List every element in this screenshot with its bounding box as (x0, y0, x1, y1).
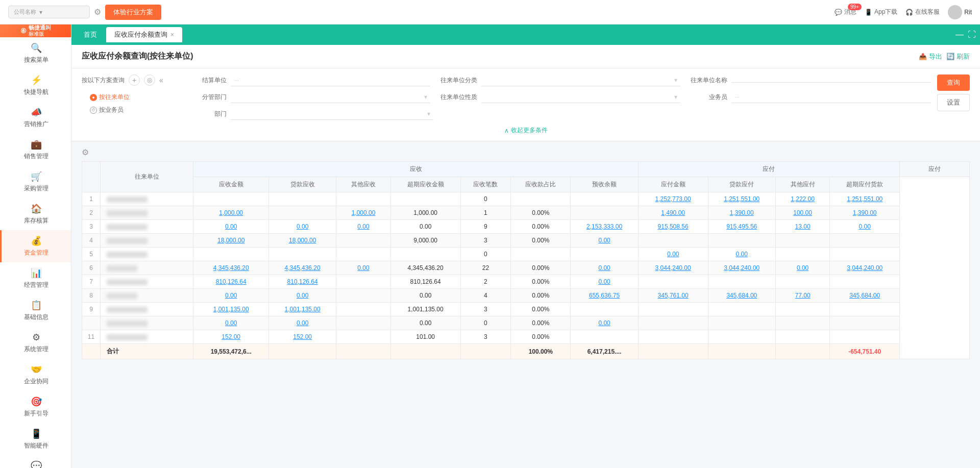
scheme-dot-icon: ● (90, 94, 97, 101)
online-service-button[interactable]: 🎧 在线客服 (905, 8, 940, 16)
department-input[interactable]: ▾ (231, 108, 433, 120)
top-bar-left: 公司名称 ▾ ⚙ 体验行业方案 (8, 5, 828, 20)
table-footer-row: 合计 19,553,472,6... 100.00% 6,417,215.... (82, 344, 970, 359)
export-label: 导出 (929, 52, 942, 61)
sidebar-item-guide[interactable]: 🎯 新手引导 (0, 391, 71, 423)
sidebar-item-marketing[interactable]: 📣 营销推广 (0, 102, 71, 134)
filter-salesperson: 业务员 ··· (691, 91, 931, 103)
company-name: 公司名称 (14, 8, 36, 16)
sidebar-item-management[interactable]: 📊 经营管理 (0, 262, 71, 294)
page-title: 应收应付余额查询(按往来单位) (82, 51, 193, 62)
sidebar-item-label: 资金管理 (24, 249, 48, 257)
sidebar-item-system[interactable]: ⚙ 系统管理 (0, 327, 71, 359)
footer-recv-ratio: 100.00% (511, 344, 571, 359)
sidebar-item-search[interactable]: 🔍 搜索菜单 (0, 37, 71, 69)
filter-add-button[interactable]: + (129, 75, 140, 86)
th-loan-pay: 贷款应付 (708, 177, 775, 192)
th-recv-ratio: 应收款占比 (511, 177, 571, 192)
tab-active[interactable]: 应收应付余额查询 × (106, 27, 182, 42)
settings-button[interactable]: 设置 (937, 94, 970, 111)
sidebar-item-hardware[interactable]: 📱 智能硬件 (0, 423, 71, 455)
tab-home[interactable]: 首页 (76, 27, 105, 42)
expand-icon[interactable]: ⛶ (968, 30, 976, 39)
scheme-item-salesperson[interactable]: ⏱ 按业务员 (86, 104, 184, 116)
branch-dept-arrow: ▾ (424, 93, 427, 101)
footer-other-recv (336, 344, 390, 359)
sidebar-item-basic[interactable]: 📋 基础信息 (0, 294, 71, 327)
sidebar-item-sales[interactable]: 💼 销售管理 (0, 134, 71, 166)
query-label: 按以下方案查询 (82, 76, 125, 85)
user-profile[interactable]: Rit (948, 5, 972, 19)
department-label: 部门 (190, 110, 227, 118)
unit-nature-input[interactable]: ▾ (481, 91, 681, 103)
th-payable-group: 应付 (638, 162, 899, 177)
th-prepaid: 预收余额 (571, 177, 638, 192)
footer-prepaid: 6,417,215.... (571, 344, 638, 359)
table-row: 418,000.0018,000.009,000.0030.00%0.00 (82, 234, 970, 248)
unit-nature-arrow: ▾ (674, 93, 677, 101)
footer-pay-amount (638, 344, 708, 359)
sidebar-item-quicknav[interactable]: ⚡ 快捷导航 (0, 69, 71, 102)
minimize-icon[interactable]: — (955, 30, 964, 39)
unit-name-input[interactable] (731, 78, 931, 83)
refresh-button[interactable]: 🔄 刷新 (946, 52, 970, 61)
table-row: 21,000.001,000.001,000.0010.00%1,490.001… (82, 206, 970, 220)
branch-dept-input[interactable]: ▾ (231, 91, 430, 103)
unit-category-input[interactable]: ▾ (481, 75, 681, 86)
footer-recv-count (460, 344, 511, 359)
filter-collapse-arrow[interactable]: « (159, 76, 163, 84)
app-download-icon: 📱 (865, 9, 872, 16)
top-bar: 公司名称 ▾ ⚙ 体验行业方案 💬 消息 99+ 📱 App下载 🎧 在线客服 … (0, 0, 980, 24)
footer-loan-recv (268, 344, 336, 359)
sidebar-item-finance[interactable]: 💰 资金管理 (0, 230, 71, 262)
footer-other-pay (775, 344, 829, 359)
sidebar-item-label: 企业协同 (24, 377, 48, 386)
sidebar-item-purchase[interactable]: 🛒 采购管理 (0, 166, 71, 198)
th-other-recv: 其他应收 (336, 177, 390, 192)
company-selector[interactable]: 公司名称 ▾ (8, 6, 90, 18)
th-other-pay: 其他应付 (775, 177, 829, 192)
settlement-unit-dots: ··· (234, 77, 239, 84)
unit-name-label: 往来单位名称 (691, 76, 727, 85)
app-download-label: App下载 (874, 8, 897, 16)
sales-icon: 💼 (31, 139, 42, 150)
tab-close-icon[interactable]: × (170, 31, 174, 38)
sidebar-item-label: 快捷导航 (24, 88, 48, 96)
branch-dept-label: 分管部门 (190, 93, 227, 102)
app-download-button[interactable]: 📱 App下载 (865, 8, 897, 16)
filter-collapse-button[interactable]: ∧ 收起更多条件 (82, 126, 970, 135)
th-overdue-recv: 超期应收金额 (390, 177, 460, 192)
message-icon: 💬 (835, 9, 842, 16)
quicknav-icon: ⚡ (31, 75, 42, 86)
sidebar-item-inventory[interactable]: 🏠 库存核算 (0, 198, 71, 230)
table-row: 101,252,773.001,251,551.001,222.001,251,… (82, 192, 970, 206)
scheme-label: 按业务员 (99, 106, 124, 114)
sidebar-item-wechat[interactable]: 💬 企业微信 (0, 455, 71, 468)
export-button[interactable]: 📤 导出 (919, 52, 942, 61)
footer-overdue-pay: -654,751.40 (830, 344, 900, 359)
table-row: 30.000.000.000.0090.00%2,153,333.00915,5… (82, 220, 970, 234)
trial-button[interactable]: 体验行业方案 (105, 5, 161, 20)
collapse-label: 收起更多条件 (511, 126, 548, 135)
department-arrow: ▾ (427, 110, 430, 117)
filter-unit-nature: 往来单位性质 ▾ (440, 91, 681, 103)
th-overdue-pay: 超期应付货款 (830, 177, 900, 192)
message-button[interactable]: 💬 消息 99+ (835, 8, 856, 16)
table-settings-icon[interactable]: ⚙ (82, 147, 89, 157)
wechat-icon: 💬 (31, 460, 42, 468)
sidebar-item-collaboration[interactable]: 🤝 企业协同 (0, 359, 71, 391)
filter-unit-name: 往来单位名称 (691, 75, 931, 86)
settings-icon[interactable]: ⚙ (94, 7, 101, 17)
sidebar-item-label: 基础信息 (24, 313, 48, 322)
salesperson-input[interactable]: ··· (731, 91, 931, 103)
filter-setting-button[interactable]: ◎ (144, 75, 155, 86)
settlement-unit-input[interactable]: ··· (231, 75, 430, 86)
scheme-item-unit[interactable]: ● 按往来单位 (86, 91, 184, 104)
header-actions: 📤 导出 🔄 刷新 (919, 52, 970, 61)
query-button[interactable]: 查询 (937, 75, 970, 91)
sidebar-item-label: 智能硬件 (24, 441, 48, 450)
hardware-icon: 📱 (31, 428, 42, 439)
footer-recv-amount: 19,553,472,6... (193, 344, 269, 359)
filter-department: 部门 ▾ (190, 108, 433, 120)
sidebar-item-label: 经营管理 (24, 281, 48, 289)
